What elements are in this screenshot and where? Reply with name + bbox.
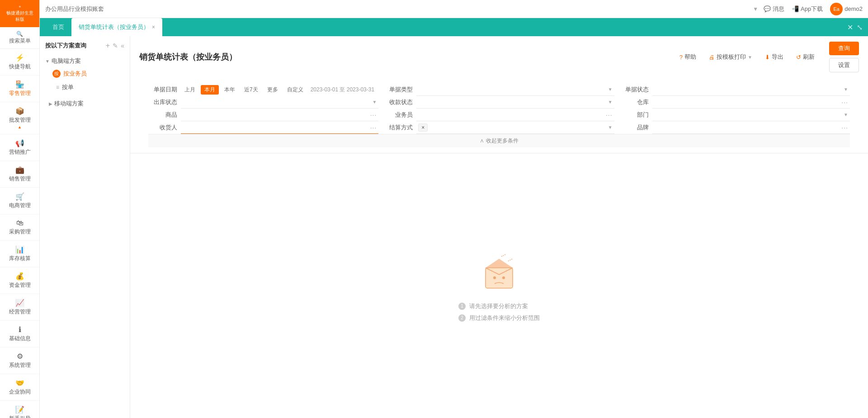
doc-type-arrow-icon: ▼: [608, 87, 613, 92]
settle-arrow-icon: ▼: [608, 125, 613, 130]
tab-home[interactable]: 首页: [45, 18, 71, 36]
scheme-item-salesperson[interactable]: 按 按业务员: [40, 67, 130, 81]
tab-bar-close-btn[interactable]: ✕: [847, 23, 853, 32]
doc-status-field[interactable]: ▼: [652, 83, 850, 96]
system-icon: ⚙: [17, 352, 23, 361]
sidebar-item-marketing[interactable]: 📢 营销推广: [0, 134, 39, 161]
collab-icon: 🤝: [15, 379, 24, 387]
help-btn[interactable]: ? 帮助: [676, 51, 700, 63]
mobile-scheme-header[interactable]: ▶ 移动端方案: [40, 98, 130, 109]
date-tab-7days[interactable]: 近7天: [241, 85, 262, 95]
tip-text-2: 用过滤条件来缩小分析范围: [469, 314, 540, 322]
warehouse-field[interactable]: ···: [652, 96, 850, 109]
warehouse-dots-icon: ···: [841, 99, 848, 106]
purchase-icon: 🛍: [16, 219, 24, 227]
tip-num-1: 1: [458, 303, 466, 310]
salesperson-filter-cell: 业务员 ···: [384, 109, 614, 121]
collapse-conditions-btn[interactable]: ∧ 收起更多条件: [148, 134, 850, 147]
export-icon: ⬇: [765, 54, 770, 61]
tab-sales-stat[interactable]: 销货单统计表（按业务员） ×: [71, 18, 162, 36]
desktop-scheme-header[interactable]: ▼ 电脑端方案: [40, 55, 130, 67]
salesperson-field[interactable]: ···: [416, 109, 614, 121]
sidebar-item-retail[interactable]: 🏪 零售管理: [0, 76, 39, 102]
management-label: 经营管理: [9, 308, 31, 316]
brand-field[interactable]: ···: [652, 121, 850, 134]
goods-field[interactable]: ···: [181, 109, 378, 121]
date-tab-this-year[interactable]: 本年: [221, 85, 239, 95]
settle-tag: ×: [418, 124, 428, 132]
sidebar-item-guide[interactable]: 📝 新手引导: [0, 401, 39, 418]
payment-arrow-icon: ▼: [608, 100, 613, 104]
date-tab-more[interactable]: 更多: [264, 85, 282, 95]
export-btn[interactable]: ⬇ 导出: [761, 51, 787, 63]
sidebar-item-finance[interactable]: 💰 资金管理: [0, 267, 39, 294]
dropdown-arrow-icon[interactable]: ▼: [753, 6, 758, 12]
topbar-title: 办公用品行业模拟账套: [45, 5, 747, 13]
basic-label: 基础信息: [9, 335, 31, 342]
filter-row-2: 出库状态 ▼ 收款状态 ▼ 仓库: [148, 96, 850, 109]
sidebar-item-inventory[interactable]: 📊 库存核算: [0, 241, 39, 267]
edit-scheme-btn[interactable]: ✎: [113, 42, 118, 49]
desktop-scheme-group: ▼ 电脑端方案 按 按业务员 ≡ 按单: [40, 53, 130, 96]
print-arrow-icon: ▼: [748, 55, 752, 60]
doc-type-field[interactable]: ▼: [416, 83, 614, 96]
collapse-up-icon: ∧: [480, 138, 486, 144]
doc-status-arrow-icon: ▼: [844, 87, 848, 92]
left-panel: 按以下方案查询 + ✎ « ▼ 电脑端方案 按 按业务员 ≡ 按: [40, 36, 130, 418]
download-action[interactable]: 📲 App下载: [792, 5, 823, 13]
receiver-field[interactable]: ···: [181, 121, 378, 134]
sales-label: 销售管理: [9, 175, 31, 183]
scheme-item-byorder[interactable]: ≡ 按单: [40, 81, 130, 94]
settle-tag-close[interactable]: ×: [421, 124, 425, 131]
sidebar-item-sales[interactable]: 💼 销售管理: [0, 161, 39, 188]
mobile-scheme-group: ▶ 移动端方案: [40, 96, 130, 111]
purchase-label: 采购管理: [9, 228, 31, 236]
date-tab-custom[interactable]: 自定义: [283, 85, 307, 95]
user-label: demo2: [844, 5, 863, 12]
warehouse-label: 仓库: [620, 98, 649, 106]
empty-tip-1: 1 请先选择要分析的方案: [458, 302, 540, 310]
search-icon: 🔍: [16, 31, 23, 37]
sidebar-item-collab[interactable]: 🤝 企业协同: [0, 374, 39, 401]
search-menu[interactable]: 🔍 搜索菜单: [0, 27, 39, 49]
date-tab-this-month[interactable]: 本月: [201, 85, 219, 95]
empty-tip-2: 2 用过滤条件来缩小分析范围: [458, 314, 540, 322]
outbound-field[interactable]: ▼: [181, 96, 378, 109]
refresh-btn[interactable]: ↺ 刷新: [793, 51, 818, 63]
sidebar-quick-nav[interactable]: ⚡ 快捷导航: [0, 49, 39, 76]
scheme-item-icon: 按: [52, 70, 61, 78]
sidebar-item-system[interactable]: ⚙ 系统管理: [0, 347, 39, 374]
home-tab-label: 首页: [52, 23, 64, 31]
tab-close-icon[interactable]: ×: [152, 24, 155, 30]
message-action[interactable]: 💬 消息: [764, 5, 784, 13]
sidebar-item-purchase[interactable]: 🛍 采购管理: [0, 214, 39, 241]
settle-field[interactable]: × ▼: [416, 121, 614, 134]
brand-dots-icon: ···: [841, 124, 848, 131]
finance-label: 资金管理: [9, 281, 31, 289]
dept-arrow-icon: ▼: [844, 112, 848, 117]
sales-stat-tab-label: 销货单统计表（按业务员）: [79, 23, 149, 31]
sidebar-item-basic[interactable]: ℹ 基础信息: [0, 321, 39, 347]
add-scheme-btn[interactable]: +: [106, 42, 110, 50]
user-action[interactable]: Ea demo2: [830, 3, 863, 15]
query-button[interactable]: 查询: [829, 42, 859, 55]
receiver-label: 收货人: [148, 124, 177, 132]
payment-filter-cell: 收款状态 ▼: [384, 96, 614, 109]
sidebar-item-ecommerce[interactable]: 🛒 电商管理: [0, 188, 39, 214]
date-tab-last-month[interactable]: 上月: [181, 85, 199, 95]
sidebar-item-wholesale[interactable]: 📦 批发管理 ▲: [0, 102, 39, 134]
empty-tips: 1 请先选择要分析的方案 2 用过滤条件来缩小分析范围: [458, 302, 540, 322]
page-header-row: 销货单统计表（按业务员） ? 帮助 🖨 按模板打印 ▼ ⬇: [139, 42, 859, 72]
dept-field[interactable]: ▼: [652, 109, 850, 121]
doc-type-filter-cell: 单据类型 ▼: [384, 83, 614, 96]
payment-field[interactable]: ▼: [416, 96, 614, 109]
content-area: 按以下方案查询 + ✎ « ▼ 电脑端方案 按 按业务员 ≡ 按: [40, 36, 868, 418]
svg-rect-2: [486, 268, 513, 288]
desktop-scheme-label: 电脑端方案: [52, 57, 81, 65]
print-btn[interactable]: 🖨 按模板打印 ▼: [705, 51, 756, 63]
sidebar-item-management[interactable]: 📈 经营管理: [0, 294, 39, 321]
settings-button[interactable]: 设置: [829, 58, 859, 72]
tab-bar-expand-btn[interactable]: ⤡: [857, 23, 863, 32]
collapse-panel-btn[interactable]: «: [121, 42, 124, 49]
svg-marker-3: [486, 259, 513, 268]
